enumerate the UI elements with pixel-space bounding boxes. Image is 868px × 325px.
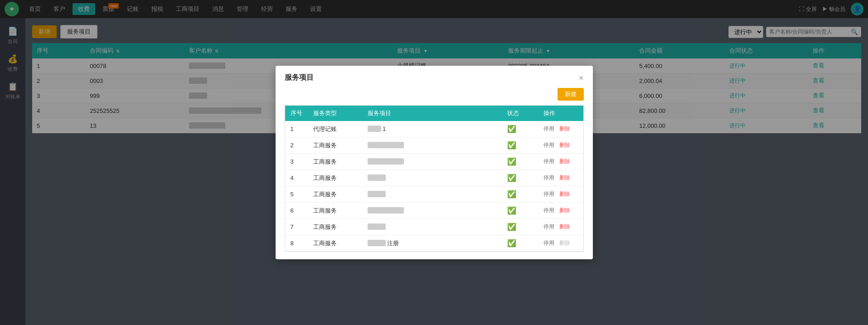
modal-cell-status: ✅ (502, 170, 538, 186)
delete-button[interactable]: 删除 (559, 191, 570, 197)
stop-button[interactable]: 停用 (543, 158, 554, 165)
modal-cell-project (362, 137, 502, 154)
stop-button[interactable]: 停用 (543, 126, 554, 132)
modal-cell-type: 代理记账 (308, 121, 362, 137)
modal-table-row: 8 工商服务 注册 ✅ 停用 删除 (285, 235, 583, 252)
modal-overlay: 服务项目 × 新建 序号 服务类型 服务项目 (25, 18, 868, 325)
stop-button[interactable]: 停用 (543, 207, 554, 213)
modal-new-button[interactable]: 新建 (558, 88, 584, 101)
modal-cell-status: ✅ (502, 137, 538, 154)
modal-cell-action: 停用 删除 (538, 137, 583, 154)
modal-table-row: 2 工商服务 ✅ 停用 删除 (285, 137, 583, 154)
modal-col-status: 状态 (502, 106, 538, 121)
modal-cell-type: 工商服务 (308, 154, 362, 170)
modal-table-row: 5 工商服务 ✅ 停用 删除 (285, 186, 583, 203)
modal-cell-seq: 6 (285, 203, 308, 219)
delete-button[interactable]: 删除 (559, 158, 570, 165)
modal-cell-project (362, 170, 502, 186)
modal-cell-action: 停用 删除 (538, 154, 583, 170)
modal-header: 服务项目 × (276, 66, 593, 82)
delete-button[interactable]: 删除 (559, 175, 570, 181)
service-modal: 服务项目 × 新建 序号 服务类型 服务项目 (276, 66, 593, 259)
modal-cell-type: 工商服务 (308, 170, 362, 186)
delete-button[interactable]: 删除 (559, 240, 570, 246)
modal-col-project: 服务项目 (362, 106, 502, 121)
modal-cell-status: ✅ (502, 121, 538, 137)
modal-cell-status: ✅ (502, 154, 538, 170)
delete-button[interactable]: 删除 (559, 142, 570, 148)
stop-button[interactable]: 停用 (543, 175, 554, 181)
modal-table-wrapper[interactable]: 序号 服务类型 服务项目 状态 操作 1 代理记账 (285, 105, 584, 252)
main-layout: 📄 合同 💰 收费 📋 对账单 新增 服务项目 进行中 已完成 已终止 (0, 18, 868, 325)
modal-cell-action: 停用 删除 (538, 121, 583, 137)
modal-cell-type: 工商服务 (308, 235, 362, 252)
modal-cell-action: 停用 删除 (538, 219, 583, 235)
main-content: 新增 服务项目 进行中 已完成 已终止 🔍 (25, 18, 868, 325)
modal-table-row: 3 工商服务 ✅ 停用 删除 (285, 154, 583, 170)
modal-cell-seq: 3 (285, 154, 308, 170)
modal-cell-project: 1 (362, 121, 502, 137)
delete-button[interactable]: 删除 (559, 223, 570, 230)
modal-cell-project: 注册 (362, 235, 502, 252)
modal-title: 服务项目 (285, 73, 314, 82)
modal-cell-action: 停用 删除 (538, 186, 583, 203)
modal-toolbar: 新建 (285, 88, 584, 101)
modal-cell-status: ✅ (502, 186, 538, 203)
modal-cell-seq: 5 (285, 186, 308, 203)
stop-button[interactable]: 停用 (543, 240, 554, 246)
modal-col-type: 服务类型 (308, 106, 362, 121)
modal-cell-action: 停用 删除 (538, 170, 583, 186)
delete-button[interactable]: 删除 (559, 207, 570, 213)
modal-cell-seq: 1 (285, 121, 308, 137)
modal-table: 序号 服务类型 服务项目 状态 操作 1 代理记账 (285, 106, 583, 252)
modal-cell-type: 工商服务 (308, 203, 362, 219)
modal-cell-seq: 7 (285, 219, 308, 235)
modal-cell-status: ✅ (502, 235, 538, 252)
modal-table-row: 4 工商服务 ✅ 停用 删除 (285, 170, 583, 186)
stop-button[interactable]: 停用 (543, 223, 554, 230)
modal-cell-type: 工商服务 (308, 219, 362, 235)
modal-close-button[interactable]: × (579, 74, 584, 82)
modal-cell-type: 工商服务 (308, 137, 362, 154)
modal-cell-status: ✅ (502, 203, 538, 219)
modal-cell-project (362, 186, 502, 203)
modal-cell-seq: 2 (285, 137, 308, 154)
delete-button[interactable]: 删除 (559, 126, 570, 132)
modal-cell-action: 停用 删除 (538, 235, 583, 252)
modal-col-action: 操作 (538, 106, 583, 121)
modal-cell-project (362, 219, 502, 235)
modal-col-seq: 序号 (285, 106, 308, 121)
modal-cell-action: 停用 删除 (538, 203, 583, 219)
modal-table-row: 7 工商服务 ✅ 停用 删除 (285, 219, 583, 235)
modal-table-row: 1 代理记账 1 ✅ 停用 删除 (285, 121, 583, 137)
modal-cell-project (362, 203, 502, 219)
modal-cell-type: 工商服务 (308, 186, 362, 203)
modal-table-row: 6 工商服务 ✅ 停用 删除 (285, 203, 583, 219)
stop-button[interactable]: 停用 (543, 191, 554, 197)
modal-cell-seq: 4 (285, 170, 308, 186)
modal-cell-project (362, 154, 502, 170)
modal-body: 新建 序号 服务类型 服务项目 状态 操作 (276, 82, 593, 259)
modal-cell-seq: 8 (285, 235, 308, 252)
modal-cell-status: ✅ (502, 219, 538, 235)
stop-button[interactable]: 停用 (543, 142, 554, 148)
